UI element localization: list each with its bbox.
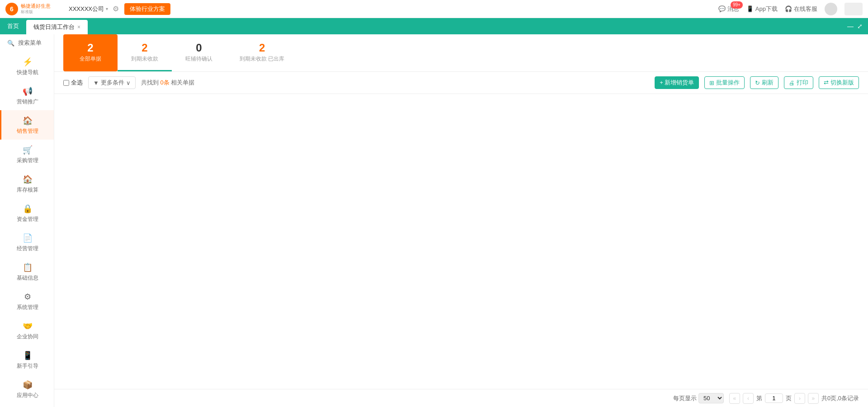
sidebar-item-beginner[interactable]: 📱 新手引导 (0, 345, 54, 374)
online-service-label: 在线客服 (794, 5, 817, 13)
sidebar-item-wechat[interactable]: 💬 企业微信 (0, 404, 54, 407)
stat-all-label: 全部单据 (80, 55, 101, 63)
tab-work-station-label: 钱货日清工作台 (33, 23, 75, 31)
page-size-select[interactable]: 10 20 50 100 (698, 393, 724, 403)
company-selector[interactable]: XXXXXX公司 ▾ (69, 5, 108, 13)
top-header: 6 畅捷通好生意 标准版 XXXXXX公司 ▾ ⚙ 体验行业方案 💬 消息 99… (0, 0, 868, 18)
sidebar-item-system[interactable]: ⚙ 系统管理 (0, 286, 54, 316)
stat-pending[interactable]: 0 旺辅待确认 (172, 34, 226, 71)
sales-icon: 🏠 (23, 116, 33, 126)
filter-button[interactable]: ▼ 更多条件 ∨ (88, 76, 136, 89)
filter-label: 更多条件 (101, 79, 124, 87)
content-area: 2 全部单据 2 到期未收款 0 旺辅待确认 2 到期未收款 已出库 全选 (54, 34, 868, 407)
system-label: 系统管理 (17, 304, 38, 311)
found-count: 0条 (160, 79, 170, 86)
sidebar-item-app-center[interactable]: 📦 应用中心 (0, 374, 54, 404)
table-area (54, 94, 868, 389)
tab-maximize-icon[interactable]: ⤢ (857, 23, 863, 30)
prev-page-btn[interactable]: ‹ (743, 393, 754, 404)
sidebar-item-operations[interactable]: 📄 经营管理 (0, 228, 54, 257)
operations-label: 经营管理 (17, 245, 38, 253)
last-page-btn[interactable]: » (808, 393, 819, 404)
next-page-btn[interactable]: › (794, 393, 805, 404)
basic-info-label: 基础信息 (17, 274, 38, 282)
batch-btn[interactable]: ⊞ 批量操作 (704, 76, 745, 89)
filter-icon: ▼ (93, 80, 99, 86)
beginner-label: 新手引导 (17, 362, 38, 370)
sidebar-search[interactable]: 🔍 搜索菜单 (0, 34, 54, 51)
sidebar-item-sales[interactable]: 🏠 销售管理 (0, 110, 54, 140)
main-layout: 🔍 搜索菜单 ⚡ 快捷导航 📢 营销推广 🏠 销售管理 🛒 采购管理 🏠 库存核… (0, 34, 868, 407)
select-all-checkbox[interactable]: 全选 (63, 79, 83, 87)
first-page-btn[interactable]: « (729, 393, 740, 404)
app-center-label: 应用中心 (17, 392, 38, 399)
search-icon: 🔍 (7, 40, 14, 47)
finance-icon: 🔒 (23, 204, 33, 214)
purchase-icon: 🛒 (23, 145, 33, 155)
refresh-icon: ↻ (755, 80, 760, 86)
total-label: 共0页,0条记录 (821, 394, 859, 402)
logo-text-group: 畅捷通好生意 标准版 (21, 3, 51, 15)
inventory-label: 库存核算 (17, 186, 38, 194)
sidebar-item-marketing[interactable]: 📢 营销推广 (0, 81, 54, 110)
stat-overdue-shipped-label: 到期未收款 已出库 (240, 55, 284, 63)
operations-icon: 📄 (23, 233, 33, 243)
company-arrow-icon: ▾ (106, 6, 108, 11)
select-all-label: 全选 (71, 79, 83, 87)
settings-icon[interactable]: ⚙ (113, 5, 119, 13)
batch-icon: ⊞ (709, 80, 714, 86)
page-suffix: 页 (786, 394, 792, 402)
user-avatar[interactable] (825, 3, 837, 15)
sidebar-item-finance[interactable]: 🔒 资金管理 (0, 198, 54, 228)
app-download-label: App下载 (755, 5, 778, 13)
stat-all[interactable]: 2 全部单据 (63, 34, 118, 71)
refresh-btn[interactable]: ↻ 刷新 (750, 76, 778, 89)
experience-btn[interactable]: 体验行业方案 (124, 3, 170, 15)
purchase-label: 采购管理 (17, 157, 38, 164)
print-btn[interactable]: 🖨 打印 (784, 76, 813, 89)
search-menu-label: 搜索菜单 (18, 39, 42, 47)
page-input[interactable] (765, 393, 783, 403)
stat-overdue-shipped[interactable]: 2 到期未收款 已出库 (226, 34, 298, 71)
enterprise-label: 企业协同 (17, 333, 38, 341)
message-badge: 99+ (731, 1, 743, 9)
message-item[interactable]: 💬 消息 99+ (718, 5, 739, 13)
sidebar: 🔍 搜索菜单 ⚡ 快捷导航 📢 营销推广 🏠 销售管理 🛒 采购管理 🏠 库存核… (0, 34, 54, 407)
tab-minimize-icon[interactable]: — (847, 23, 854, 30)
logo-text: 畅捷通好生意 (21, 3, 51, 9)
sidebar-item-quick-nav[interactable]: ⚡ 快捷导航 (0, 51, 54, 81)
logo-area: 6 畅捷通好生意 标准版 (5, 3, 60, 15)
stat-all-count: 2 (87, 42, 93, 54)
message-icon: 💬 (718, 5, 726, 12)
select-all-input[interactable] (63, 80, 69, 86)
stat-overdue-shipped-count: 2 (259, 42, 265, 54)
tab-home[interactable]: 首页 (0, 18, 26, 34)
toolbar-right: + 新增销货单 ⊞ 批量操作 ↻ 刷新 🖨 打印 ⇄ 切换新版 (655, 76, 859, 89)
tab-home-label: 首页 (7, 22, 19, 30)
sidebar-item-basic-info[interactable]: 📋 基础信息 (0, 257, 54, 286)
print-label: 打印 (797, 79, 808, 87)
app-download-item[interactable]: 📱 App下载 (746, 5, 778, 13)
logo-sub: 标准版 (21, 9, 51, 15)
sidebar-item-enterprise[interactable]: 🤝 企业协同 (0, 316, 54, 345)
stat-overdue[interactable]: 2 到期未收款 (118, 34, 172, 71)
add-sale-btn[interactable]: + 新增销货单 (655, 76, 699, 89)
print-icon: 🖨 (789, 80, 795, 86)
found-prefix: 共找到 (141, 79, 159, 86)
online-service-item[interactable]: 🎧 在线客服 (785, 5, 817, 13)
header-right: 💬 消息 99+ 📱 App下载 🎧 在线客服 (718, 3, 863, 15)
inventory-icon: 🏠 (23, 174, 33, 184)
switch-version-btn[interactable]: ⇄ 切换新版 (819, 76, 859, 89)
app-icon: 📱 (746, 5, 754, 12)
tab-work-station[interactable]: 钱货日清工作台 × (26, 20, 88, 34)
tab-close-icon[interactable]: × (77, 24, 80, 30)
filter-arrow-icon: ∨ (126, 80, 131, 86)
stat-pending-label: 旺辅待确认 (185, 55, 212, 63)
batch-label: 批量操作 (716, 79, 740, 87)
sidebar-item-purchase[interactable]: 🛒 采购管理 (0, 140, 54, 169)
user-name-placeholder[interactable] (844, 3, 863, 15)
stats-row: 2 全部单据 2 到期未收款 0 旺辅待确认 2 到期未收款 已出库 (54, 34, 868, 72)
sidebar-item-inventory[interactable]: 🏠 库存核算 (0, 169, 54, 198)
system-icon: ⚙ (24, 292, 31, 302)
found-text: 共找到 0条 相关单据 (141, 79, 194, 87)
